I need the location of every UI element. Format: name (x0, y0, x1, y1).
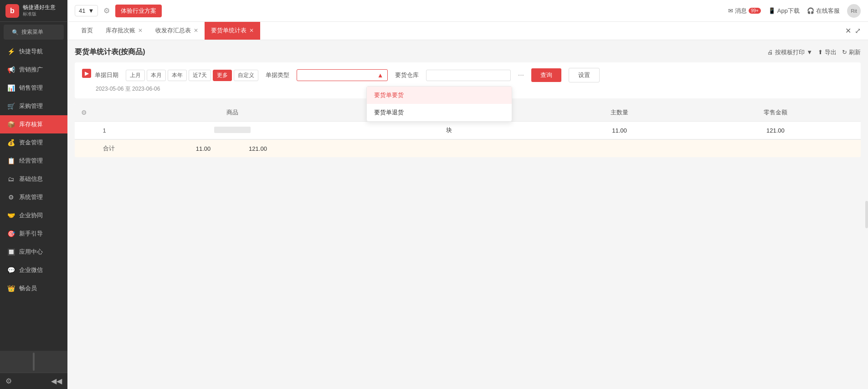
date-btn-last-month[interactable]: 上月 (126, 70, 145, 81)
wechat-icon: 💬 (6, 266, 15, 275)
sidebar-item-operation[interactable]: 📋 经营管理 (0, 152, 67, 170)
sidebar-item-inventory[interactable]: 📦 库存核算 (0, 115, 67, 133)
footer-amount: 121.00 (231, 145, 285, 152)
sidebar-item-label: 企业协同 (19, 211, 43, 220)
filter-toggle-btn[interactable]: ▶ (82, 69, 91, 78)
th-index (93, 104, 116, 122)
sidebar-item-enterprise[interactable]: 🤝 企业协同 (0, 206, 67, 225)
print-dropdown-icon: ▼ (806, 49, 812, 56)
sidebar-item-appstore[interactable]: 🔲 应用中心 (0, 243, 67, 261)
collapse-sidebar-btn[interactable]: ◀◀ (51, 377, 62, 385)
sidebar-item-label: 营销推广 (19, 66, 43, 74)
dropdown-item-2-label: 要货单退货 (374, 109, 404, 116)
sidebar-item-sales[interactable]: 📊 销售管理 (0, 79, 67, 97)
sidebar-item-vip[interactable]: 👑 畅会员 (0, 279, 67, 297)
table-body: 1 块 11.00 121.00 (75, 122, 861, 139)
purchase-icon: 🛒 (6, 102, 15, 111)
td-quantity: 11.00 (549, 122, 690, 139)
refresh-btn[interactable]: ↻ 刷新 (842, 48, 861, 56)
topbar: 41 ▼ ⚙ 体验行业方案 ✉ 消息 99+ 📱 App下载 🎧 在线客服 Ri… (67, 0, 868, 22)
sidebar-item-basic[interactable]: 🗂 基础信息 (0, 170, 67, 188)
date-btn-custom[interactable]: 自定义 (234, 70, 258, 81)
sidebar-item-finance[interactable]: 💰 资金管理 (0, 133, 67, 152)
sidebar-item-system[interactable]: ⚙ 系统管理 (0, 188, 67, 206)
column-settings-icon[interactable]: ⚙ (81, 109, 87, 116)
expand-tabs-btn[interactable]: ⤢ (855, 26, 861, 35)
th-amount: 零售金额 (690, 104, 861, 122)
tab-batch-account-label: 库存批次账 (106, 26, 135, 35)
filter-settings-btn[interactable]: 设置 (569, 68, 600, 82)
date-btn-this-year[interactable]: 本年 (168, 70, 187, 81)
date-btn-this-month[interactable]: 本月 (147, 70, 166, 81)
app-logo-icon: b (5, 4, 19, 18)
marketing-icon: 📢 (6, 65, 15, 74)
td-unit: 块 (349, 122, 549, 139)
topbar-settings-icon[interactable]: ⚙ (103, 6, 110, 15)
tab-home-label: 首页 (81, 26, 93, 35)
messages-badge: 99+ (749, 8, 761, 14)
sidebar-item-wechat[interactable]: 💬 企业微信 (0, 261, 67, 279)
right-scrollbar[interactable] (865, 201, 868, 228)
avatar[interactable]: Rit (847, 4, 861, 18)
sidebar-item-label: 库存核算 (19, 120, 43, 128)
sidebar-item-label: 新手引导 (19, 230, 43, 238)
type-dropdown-overlay: 要货单要货 要货单退货 (366, 86, 512, 122)
sidebar-scroll-down[interactable] (0, 351, 67, 373)
vip-icon: 👑 (6, 284, 15, 293)
online-service-btn[interactable]: 🎧 在线客服 (807, 7, 840, 15)
warehouse-filter-input[interactable] (426, 70, 511, 81)
sales-icon: 📊 (6, 83, 15, 92)
tab-order-stats-close[interactable]: ✕ (249, 27, 254, 34)
topbar-left: 41 ▼ ⚙ 体验行业方案 (75, 5, 162, 17)
tab-order-stats[interactable]: 要货单统计表 ✕ (205, 22, 260, 40)
tab-recv-summary-label: 收发存汇总表 (155, 26, 191, 35)
appstore-icon: 🔲 (6, 247, 15, 256)
store-dropdown-icon: ▼ (88, 7, 94, 14)
trial-btn[interactable]: 体验行业方案 (115, 5, 162, 17)
th-quantity: 主数量 (549, 104, 690, 122)
date-btn-more[interactable]: 更多 (213, 70, 232, 81)
sidebar-item-label: 销售管理 (19, 84, 43, 92)
sidebar-item-label: 系统管理 (19, 193, 43, 201)
tabbar: 首页 库存批次账 ✕ 收发存汇总表 ✕ 要货单统计表 ✕ ✕ ⤢ (67, 22, 868, 40)
app-download-btn[interactable]: 📱 App下载 (768, 7, 800, 15)
print-icon: 🖨 (767, 49, 773, 56)
dropdown-item-1[interactable]: 要货单要货 (367, 87, 512, 104)
filter-toggle-icon: ▶ (85, 70, 89, 77)
tab-end-actions: ✕ ⤢ (845, 22, 861, 40)
filter-more-icon[interactable]: ··· (518, 71, 524, 79)
th-settings: ⚙ (75, 104, 93, 122)
online-service-label: 在线客服 (816, 7, 840, 15)
print-label: 按模板打印 (775, 48, 805, 56)
messages-btn[interactable]: ✉ 消息 99+ (728, 7, 761, 15)
sidebar: b 畅捷通好生意 标准版 🔍 搜索菜单 ⚡ 快捷导航 📢 营销推广 📊 销售管理… (0, 0, 67, 389)
sidebar-item-guide[interactable]: 🎯 新手引导 (0, 225, 67, 243)
tab-home[interactable]: 首页 (75, 22, 99, 40)
close-all-tabs-btn[interactable]: ✕ (845, 26, 851, 35)
td-product (116, 122, 349, 139)
store-selector[interactable]: 41 ▼ (75, 5, 98, 16)
th-product: 商品 (116, 104, 349, 122)
tab-batch-account-close[interactable]: ✕ (138, 27, 143, 34)
date-btns-group: 上月 本月 本年 近7天 更多 自定义 (126, 70, 258, 81)
sidebar-item-purchase[interactable]: 🛒 采购管理 (0, 97, 67, 115)
tab-batch-account[interactable]: 库存批次账 ✕ (99, 22, 149, 40)
finance-icon: 💰 (6, 138, 15, 147)
tab-recv-summary[interactable]: 收发存汇总表 ✕ (149, 22, 205, 40)
page-actions: 🖨 按模板打印 ▼ ⬆ 导出 ↻ 刷新 (767, 48, 861, 56)
sidebar-item-marketing[interactable]: 📢 营销推广 (0, 61, 67, 79)
sidebar-item-quick-nav[interactable]: ⚡ 快捷导航 (0, 42, 67, 61)
sidebar-footer: ⚙ ◀◀ (0, 373, 67, 389)
settings-footer-icon[interactable]: ⚙ (5, 377, 12, 385)
date-btn-last-7-days[interactable]: 近7天 (189, 70, 211, 81)
sidebar-item-label: 应用中心 (19, 248, 43, 256)
search-menu-btn[interactable]: 🔍 搜索菜单 (4, 25, 64, 40)
print-template-btn[interactable]: 🖨 按模板打印 ▼ (767, 48, 812, 56)
type-filter-select[interactable]: ▲ (297, 69, 388, 81)
dropdown-item-2[interactable]: 要货单退货 (367, 104, 512, 121)
export-btn[interactable]: ⬆ 导出 (818, 48, 837, 56)
query-btn[interactable]: 查询 (531, 68, 561, 82)
footer-total-label: 合计 (80, 144, 176, 153)
tab-recv-summary-close[interactable]: ✕ (194, 27, 198, 34)
sidebar-item-label: 畅会员 (19, 284, 37, 292)
